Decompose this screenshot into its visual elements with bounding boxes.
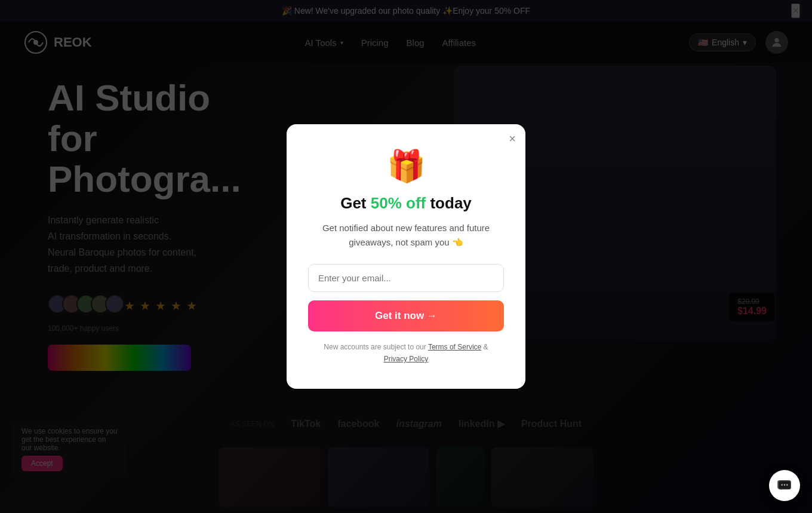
modal-title-today: today [426,194,472,212]
privacy-policy-link[interactable]: Privacy Policy [384,355,429,363]
svg-point-5 [781,484,783,486]
modal-description: Get notified about new features and futu… [308,221,504,250]
modal-footer: New accounts are subject to our Terms of… [308,341,504,365]
svg-point-6 [784,484,786,486]
modal-close-button[interactable]: × [509,133,516,145]
modal-gift-icon: 🎁 [308,148,504,185]
modal-footer-text-part1: New accounts are subject to our [324,343,428,351]
email-input[interactable] [308,264,504,292]
terms-of-service-link[interactable]: Terms of Service [428,343,481,351]
modal-overlay: × 🎁 Get 50% off today Get notified about… [0,0,812,513]
chat-widget[interactable] [769,470,800,501]
modal-footer-ampersand: & [484,343,488,351]
chat-icon [777,478,792,493]
modal: × 🎁 Get 50% off today Get notified about… [287,124,525,389]
modal-title: Get 50% off today [308,194,504,213]
get-it-now-button[interactable]: Get it now → [308,300,504,331]
svg-point-7 [786,484,788,486]
modal-title-percent-off: 50% off [371,194,426,212]
modal-title-get: Get [340,194,371,212]
